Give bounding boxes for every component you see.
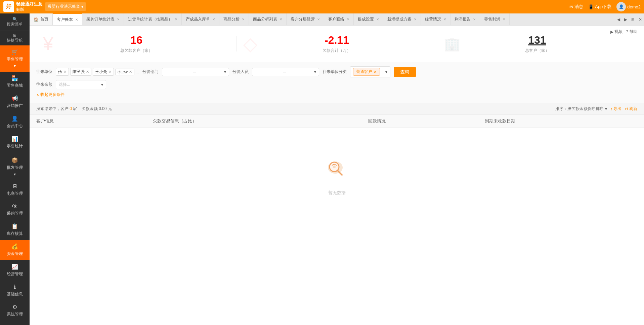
org-selector[interactable]: 母婴行业演示账套 ▾ bbox=[45, 2, 86, 11]
tab-customer-ledger[interactable]: 客户账本 ✕ bbox=[53, 13, 82, 25]
app-download-btn[interactable]: 📱 App下载 bbox=[588, 4, 611, 10]
help-btn[interactable]: ? 帮助 bbox=[626, 29, 637, 35]
dept-select[interactable]: ··· ▾ bbox=[162, 68, 229, 76]
remainder-placeholder: 选择... bbox=[59, 82, 70, 87]
tab-product-analysis[interactable]: 商品分析 ✕ bbox=[219, 13, 249, 25]
tag-cjttcw[interactable]: cjttcw ✕ bbox=[115, 69, 134, 75]
collapse-btn[interactable]: ∧ 收起更多条件 bbox=[36, 92, 637, 98]
tab-close-1[interactable]: ✕ bbox=[117, 17, 120, 21]
play-icon: ▶ bbox=[610, 30, 613, 34]
tab-nav-close-all[interactable]: ✕ bbox=[637, 13, 644, 25]
sidebar-item-marketing[interactable]: 📢 营销推广 bbox=[0, 92, 30, 112]
sidebar: 🔍 搜索菜单 ⊞ 快捷导航 🛒 零售管理 ▾ 🏪 零售商城 📢 营销推广 👤 会… bbox=[0, 13, 30, 325]
video-btn[interactable]: ▶ 视频 bbox=[610, 29, 622, 35]
stat-icon-3: 🏢 bbox=[444, 36, 461, 52]
sort-select[interactable]: 排序：按欠款金额倒序排序 ▾ bbox=[555, 106, 607, 112]
tab-nav-expand[interactable]: ⊞ bbox=[629, 13, 637, 25]
tab-close-9[interactable]: ✕ bbox=[414, 17, 417, 21]
tab-close-3[interactable]: ✕ bbox=[212, 17, 215, 21]
tab-close-11[interactable]: ✕ bbox=[473, 17, 476, 21]
tag-chen-close[interactable]: ✕ bbox=[86, 70, 89, 74]
chevron-down-icon: ▾ bbox=[81, 4, 83, 9]
tab-close-7[interactable]: ✕ bbox=[347, 17, 349, 21]
tag-wang[interactable]: 王小亮 ✕ bbox=[93, 68, 114, 76]
tag-wu[interactable]: 伍 ✕ bbox=[56, 68, 69, 76]
col-repayment: 回款情况 bbox=[361, 115, 478, 128]
refresh-icon: ↺ bbox=[625, 107, 628, 111]
tab-close-4[interactable]: ✕ bbox=[242, 17, 245, 21]
finance-icon: 💰 bbox=[11, 243, 18, 250]
sidebar-item-retail-stats[interactable]: 📊 零售统计 bbox=[0, 132, 30, 152]
query-button[interactable]: 查询 bbox=[394, 67, 416, 77]
search-icon: 🔍 bbox=[12, 17, 17, 22]
tab-new-commission[interactable]: 新增提成方案 ✕ bbox=[383, 13, 421, 25]
sidebar-item-operation[interactable]: 📈 经营管理 bbox=[0, 260, 30, 280]
wholesale-icon: 📦 bbox=[11, 157, 18, 164]
tab-close-12[interactable]: ✕ bbox=[503, 17, 505, 21]
tab-business-status[interactable]: 经营情况 ✕ bbox=[421, 13, 450, 25]
chevron-dept: ▾ bbox=[224, 70, 226, 74]
messages-btn[interactable]: ✉ 消息 bbox=[569, 4, 583, 10]
tab-customer-contact[interactable]: 客户联络 ✕ bbox=[324, 13, 354, 25]
tag-wu-close[interactable]: ✕ bbox=[63, 70, 67, 74]
remainder-select[interactable]: 选择... ▾ bbox=[56, 80, 106, 89]
sidebar-quick-nav[interactable]: ⊞ 快捷导航 bbox=[0, 31, 30, 45]
sidebar-item-retail-mall[interactable]: 🏪 零售商城 bbox=[0, 72, 30, 92]
filter-row-2: 往来余额 选择... ▾ bbox=[36, 80, 637, 89]
sidebar-item-member[interactable]: 👤 会员中心 bbox=[0, 112, 30, 132]
tag-wang-close[interactable]: ✕ bbox=[109, 70, 112, 74]
sidebar-item-enterprise[interactable]: 🤝 企业协同 bbox=[0, 321, 30, 325]
chevron-remainder: ▾ bbox=[101, 82, 103, 87]
category-tag-close[interactable]: ✕ bbox=[374, 70, 377, 74]
tab-profit-report[interactable]: 利润报告 ✕ bbox=[450, 13, 480, 25]
tab-home[interactable]: 🏠 首页 bbox=[30, 13, 53, 25]
sidebar-item-base-info[interactable]: ℹ 基础信息 bbox=[0, 280, 30, 300]
tab-purchase-order-stats[interactable]: 采购订单统计表 ✕ bbox=[82, 13, 124, 25]
sidebar-item-wholesale[interactable]: 📦 批发管理 ▾ bbox=[0, 154, 30, 180]
tab-customer-tier[interactable]: 客户分层经营 ✕ bbox=[287, 13, 324, 25]
tab-close-10[interactable]: ✕ bbox=[443, 17, 446, 21]
sidebar-item-ecommerce[interactable]: 🖥 电商管理 bbox=[0, 180, 30, 200]
export-btn[interactable]: ↑ 导出 bbox=[610, 106, 621, 112]
category-select[interactable]: 普通客户 ✕ ▾ bbox=[350, 66, 390, 77]
tab-bar: 🏠 首页 客户账本 ✕ 采购订单统计表 ✕ 进货单统计表（按商品） ✕ 产成品入… bbox=[30, 13, 644, 26]
tab-product-analysis-list[interactable]: 商品分析列表 ✕ bbox=[249, 13, 287, 25]
tag-chen[interactable]: 陈民强 ✕ bbox=[70, 68, 91, 76]
stat-value-customers: 16 bbox=[130, 34, 142, 46]
tab-nav-prev[interactable]: ◀ bbox=[615, 13, 622, 25]
tab-close-5[interactable]: ✕ bbox=[280, 17, 282, 21]
stat-label-debt: 欠款合计（万） bbox=[323, 48, 351, 53]
tab-close-6[interactable]: ✕ bbox=[317, 17, 320, 21]
mall-icon: 🏪 bbox=[11, 75, 18, 81]
filter-more-btn[interactable]: ... bbox=[136, 70, 139, 74]
remainder-label: 往来余额 bbox=[36, 82, 52, 87]
system-icon: ⚙ bbox=[12, 304, 17, 310]
tab-commission-settings[interactable]: 提成设置 ✕ bbox=[354, 13, 383, 25]
col-overdue: 到期未收款日期 bbox=[478, 115, 644, 128]
tab-close-customer-ledger[interactable]: ✕ bbox=[75, 18, 78, 22]
user-profile[interactable]: 👤 demo2 bbox=[616, 2, 641, 11]
tag-cjttcw-close[interactable]: ✕ bbox=[129, 70, 132, 74]
sidebar-item-system[interactable]: ⚙ 系统管理 bbox=[0, 300, 30, 321]
unit-label: 往来单位 bbox=[36, 69, 52, 75]
collapse-up-icon: ∧ bbox=[36, 93, 39, 97]
sidebar-item-retail-mgmt[interactable]: 🛒 零售管理 ▾ bbox=[0, 45, 30, 72]
tab-close-2[interactable]: ✕ bbox=[175, 17, 177, 21]
sidebar-item-finance[interactable]: 💰 资金管理 bbox=[0, 240, 30, 260]
tab-nav-next[interactable]: ▶ bbox=[622, 13, 629, 25]
main-layout: 🔍 搜索菜单 ⊞ 快捷导航 🛒 零售管理 ▾ 🏪 零售商城 📢 营销推广 👤 会… bbox=[0, 13, 644, 325]
tab-product-inbound[interactable]: 产成品入库单 ✕ bbox=[182, 13, 219, 25]
sidebar-item-purchase[interactable]: 🛍 采购管理 bbox=[0, 200, 30, 220]
marketing-icon: 📢 bbox=[11, 95, 18, 102]
selected-category: 普通客户 ✕ bbox=[353, 68, 380, 76]
filter-row-1: 往来单位 伍 ✕ 陈民强 ✕ 王小亮 ✕ bbox=[36, 66, 637, 77]
person-select[interactable]: ··· ▾ bbox=[252, 68, 319, 76]
page-content: ¥ 16 总欠款客户（家） ◇ -2.11 欠款合计（万） 🏢 131 总客户（… bbox=[30, 26, 644, 325]
logo-area: 好 畅捷通好生意 标版 bbox=[3, 1, 42, 12]
tab-retail-profit[interactable]: 零售利润 ✕ bbox=[480, 13, 510, 25]
sidebar-search[interactable]: 🔍 搜索菜单 bbox=[0, 13, 30, 31]
tab-inbound-stats[interactable]: 进货单统计表（按商品） ✕ bbox=[124, 13, 182, 25]
tab-close-8[interactable]: ✕ bbox=[376, 17, 379, 21]
sidebar-item-inventory[interactable]: 📋 库存核算 bbox=[0, 220, 30, 240]
refresh-btn[interactable]: ↺ 刷新 bbox=[625, 106, 637, 112]
